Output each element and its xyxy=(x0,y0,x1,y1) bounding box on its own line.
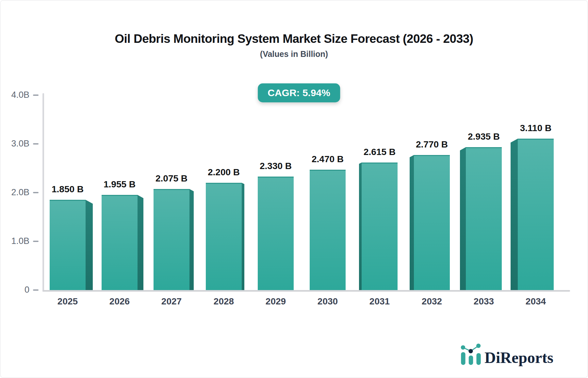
bar-value-label: 2.615 B xyxy=(350,147,409,157)
y-tick-label: 0 xyxy=(3,285,29,295)
x-baseline xyxy=(42,290,570,292)
bar xyxy=(362,163,398,290)
bar-value-label: 2.330 B xyxy=(246,161,305,171)
bar-side-face xyxy=(86,200,93,290)
bar-chart-plot-area: 4.0B3.0B2.0B1.0B01.850 B20251.955 B20262… xyxy=(1,1,587,377)
bar xyxy=(518,139,554,290)
bar-value-label: 2.200 B xyxy=(194,167,253,178)
bar-value-label: 3.110 B xyxy=(506,123,565,133)
bar-value-label: 2.470 B xyxy=(298,154,357,164)
x-tick-label: 2031 xyxy=(350,296,409,307)
bar-side-face xyxy=(359,163,362,290)
y-tick-dash xyxy=(33,143,39,145)
bar xyxy=(154,189,189,290)
direports-logo: DiReports xyxy=(459,340,553,366)
bar-side-face xyxy=(242,183,244,290)
x-tick-label: 2027 xyxy=(142,296,201,307)
bar-side-face xyxy=(189,189,194,290)
y-tick-dash xyxy=(33,192,39,193)
bar-value-label: 2.770 B xyxy=(402,139,461,150)
x-tick-label: 2028 xyxy=(194,296,253,307)
bar xyxy=(310,170,346,290)
y-tick-dash xyxy=(33,94,39,96)
x-tick-label: 2033 xyxy=(454,296,513,307)
logo-text: DiReports xyxy=(484,350,553,366)
mini-bar-line-chart-icon xyxy=(459,340,482,366)
bar xyxy=(206,183,242,290)
bar-side-face xyxy=(511,139,518,290)
x-tick-label: 2026 xyxy=(90,296,149,307)
bar-side-face xyxy=(410,155,414,290)
chart-card: Oil Debris Monitoring System Market Size… xyxy=(0,0,588,378)
y-tick-label: 2.0B xyxy=(3,187,29,198)
bar-value-label: 1.850 B xyxy=(38,184,97,195)
bar xyxy=(102,195,138,290)
x-tick-label: 2032 xyxy=(402,296,461,307)
bar xyxy=(414,155,450,290)
x-tick-label: 2030 xyxy=(298,296,357,307)
bar-value-label: 2.075 B xyxy=(142,173,201,184)
bar-value-label: 2.935 B xyxy=(454,131,513,142)
y-tick-dash xyxy=(33,241,39,242)
bar xyxy=(50,200,86,290)
bar xyxy=(466,147,502,290)
x-tick-label: 2029 xyxy=(246,296,305,307)
y-tick-label: 3.0B xyxy=(3,139,29,149)
y-tick-dash xyxy=(33,289,39,291)
x-tick-label: 2034 xyxy=(506,296,565,307)
bar-value-label: 1.955 B xyxy=(90,179,149,190)
y-tick-label: 4.0B xyxy=(3,90,29,100)
x-tick-label: 2025 xyxy=(38,296,97,307)
bar-side-face xyxy=(138,195,143,290)
bar xyxy=(258,177,294,290)
bar-side-face xyxy=(460,147,466,290)
y-tick-label: 1.0B xyxy=(3,236,29,246)
